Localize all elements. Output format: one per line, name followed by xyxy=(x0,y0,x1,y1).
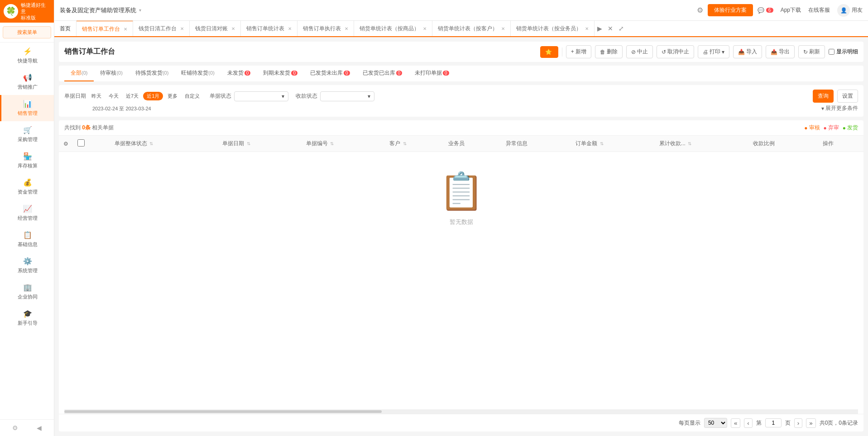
expand-conditions-button[interactable]: ▾ 展开更多条件 xyxy=(821,104,858,112)
col-number[interactable]: 单据编号 ⇅ xyxy=(302,136,385,152)
tab-cash-reconcile-close[interactable]: ✕ xyxy=(231,26,235,31)
tab-sales-monthly-customer[interactable]: 销货单统计表（按客户） ✕ xyxy=(432,21,511,37)
query-button[interactable]: 查询 xyxy=(813,90,834,103)
cancel-review-button[interactable]: ● 弃审 xyxy=(824,124,839,132)
tab-sales-workbench[interactable]: 销售订单工作台 ✕ xyxy=(77,21,133,37)
tab-cash-reconcile[interactable]: 钱货日清对账 ✕ xyxy=(190,21,241,37)
header-settings-icon[interactable]: ⚙ xyxy=(697,6,703,14)
date-opt-today[interactable]: 今天 xyxy=(106,92,121,100)
sidebar-item-operations[interactable]: 📈 经营管理 xyxy=(0,200,54,226)
tab-home[interactable]: 首页 xyxy=(54,21,77,37)
date-opt-1month[interactable]: 近1月 xyxy=(143,92,163,100)
page-size-select[interactable]: 50 10 20 100 xyxy=(704,418,727,428)
col-date[interactable]: 单据日期 ⇅ xyxy=(218,136,301,152)
sidebar-item-label-sales: 销售管理 xyxy=(18,110,38,117)
send-goods-button[interactable]: ● 发货 xyxy=(843,124,858,132)
date-opt-more[interactable]: 更多 xyxy=(165,92,180,100)
tab-sales-stats[interactable]: 销售订单统计表 ✕ xyxy=(241,21,297,37)
sidebar-item-finance[interactable]: 💰 资金管理 xyxy=(0,174,54,200)
scrollbar-thumb[interactable] xyxy=(64,410,382,413)
sub-tab-pending-inspect[interactable]: 待拣货发货(0) xyxy=(129,66,175,81)
show-detail-checkbox[interactable] xyxy=(829,49,834,55)
col-ratio[interactable]: 收款比例 xyxy=(748,136,818,152)
sub-tab-not-shipped[interactable]: 未发货0 xyxy=(221,66,257,81)
sidebar-item-sales[interactable]: 📊 销售管理 xyxy=(0,95,54,121)
payment-select[interactable]: ▾ xyxy=(320,91,374,101)
col-customer[interactable]: 客户 ⇅ xyxy=(385,136,444,152)
message-button[interactable]: 💬 6 xyxy=(758,7,773,14)
filter-area: 单据日期 昨天 今天 近7天 近1月 更多 自定义 单据状态 ▾ xyxy=(59,85,863,117)
page-number-input[interactable] xyxy=(765,418,782,427)
tab-more-button[interactable]: ▶ xyxy=(595,21,605,37)
sidebar-item-basic[interactable]: 📋 基础信息 xyxy=(0,226,54,252)
col-status[interactable]: 单据整体状态 ⇅ xyxy=(110,136,218,152)
sidebar-item-newbie[interactable]: 🎓 新手引导 xyxy=(0,305,54,331)
tab-cash-daily[interactable]: 钱货日清工作台 ✕ xyxy=(133,21,190,37)
filter-actions: 查询 设置 xyxy=(813,90,858,103)
sub-tab-pending[interactable]: 待审核(0) xyxy=(94,66,129,81)
sidebar-item-enterprise[interactable]: 🏢 企业协同 xyxy=(0,279,54,305)
first-page-button[interactable]: « xyxy=(731,418,740,428)
tab-sales-exec-close[interactable]: ✕ xyxy=(345,26,348,31)
col-settings-icon[interactable]: ⚙ xyxy=(63,141,68,147)
suspend-button[interactable]: ⊘ 中止 xyxy=(626,45,653,58)
prev-page-button[interactable]: ‹ xyxy=(744,418,752,428)
industry-solution-button[interactable]: 体验行业方案 xyxy=(708,4,753,16)
cancel-suspend-button[interactable]: ↺ 取消中止 xyxy=(657,45,694,58)
refresh-button[interactable]: ↻ 刷新 xyxy=(798,45,825,58)
last-page-button[interactable]: » xyxy=(806,418,815,428)
sub-tab-wangpu[interactable]: 旺铺待发货(0) xyxy=(175,66,221,81)
sidebar-search-button[interactable]: 搜索菜单 xyxy=(3,26,51,38)
status-select[interactable]: ▾ xyxy=(234,91,288,101)
tab-sales-monthly-customer-close[interactable]: ✕ xyxy=(501,26,505,31)
add-button[interactable]: + 新增 xyxy=(566,45,591,58)
select-all-checkbox[interactable] xyxy=(77,139,85,147)
smart-create-button[interactable]: ⭐ xyxy=(540,46,558,58)
sidebar-item-marketing[interactable]: 📢 营销推广 xyxy=(0,69,54,95)
empty-text: 暂无数据 xyxy=(450,218,473,226)
sidebar-item-inventory[interactable]: 🏪 库存核算 xyxy=(0,147,54,174)
sidebar-item-purchase[interactable]: 🛒 采购管理 xyxy=(0,121,54,147)
tab-sales-stats-close[interactable]: ✕ xyxy=(288,26,292,31)
system-icon: ⚙️ xyxy=(23,257,32,265)
tab-maximize-button[interactable]: ⤢ xyxy=(616,21,627,37)
sub-tab-shipped-out[interactable]: 已发货已出库0 xyxy=(356,66,409,81)
delete-button[interactable]: 🗑 删除 xyxy=(595,45,623,58)
online-service-button[interactable]: 在线客服 xyxy=(808,6,830,14)
sidebar-item-quick[interactable]: ⚡ 快捷导航 xyxy=(0,43,54,69)
tab-sales-monthly-staff[interactable]: 销货单统计表（按业务员） ✕ xyxy=(511,21,595,37)
tab-sales-monthly-product-close[interactable]: ✕ xyxy=(423,26,427,31)
settings-filter-button[interactable]: 设置 xyxy=(837,90,858,103)
tab-cash-daily-close[interactable]: ✕ xyxy=(180,26,184,31)
tab-sales-monthly-product[interactable]: 销货单统计表（按商品） ✕ xyxy=(354,21,432,37)
date-opt-yesterday[interactable]: 昨天 xyxy=(89,92,104,100)
sub-tab-all[interactable]: 全部(0) xyxy=(64,66,94,81)
print-button[interactable]: 🖨 打印 ▾ xyxy=(698,45,729,58)
sidebar-item-system[interactable]: ⚙️ 系统管理 xyxy=(0,252,54,279)
export-button[interactable]: 📤 导出 xyxy=(766,45,795,58)
sub-tab-not-printed[interactable]: 未打印单据0 xyxy=(408,66,456,81)
user-menu[interactable]: 👤 用友 xyxy=(837,4,863,17)
date-opt-7days[interactable]: 近7天 xyxy=(123,92,141,100)
col-staff[interactable]: 业务员 xyxy=(444,136,501,152)
suspend-icon: ⊘ xyxy=(631,49,636,55)
col-amount[interactable]: 订单金额 ⇅ xyxy=(571,136,654,152)
sub-tab-overdue[interactable]: 到期未发货0 xyxy=(257,66,304,81)
sub-tab-shipped-not-out[interactable]: 已发货未出库0 xyxy=(304,66,356,81)
tab-sales-exec[interactable]: 销售订单执行表 ✕ xyxy=(297,21,354,37)
app-download-button[interactable]: App下载 xyxy=(781,6,801,14)
table-scroll-area[interactable]: ⚙ 单据整体状态 ⇅ 单据日期 ⇅ xyxy=(59,136,863,409)
tab-sales-stats-label: 销售订单统计表 xyxy=(246,25,284,33)
tab-close-all-button[interactable]: ✕ xyxy=(605,21,616,37)
import-button[interactable]: 📥 导入 xyxy=(733,45,762,58)
col-abnormal[interactable]: 异常信息 xyxy=(501,136,571,152)
sidebar-settings-button[interactable]: ⚙ xyxy=(12,424,18,431)
review-button[interactable]: ● 审核 xyxy=(804,124,820,132)
sidebar-collapse-button[interactable]: ◀ xyxy=(37,424,42,431)
tab-sales-monthly-staff-close[interactable]: ✕ xyxy=(585,26,589,31)
col-collected[interactable]: 累计收款... ⇅ xyxy=(655,136,748,152)
date-opt-custom[interactable]: 自定义 xyxy=(182,92,202,100)
horizontal-scrollbar[interactable] xyxy=(64,409,858,414)
tab-sales-workbench-close[interactable]: ✕ xyxy=(124,27,127,32)
next-page-button[interactable]: › xyxy=(794,418,802,428)
